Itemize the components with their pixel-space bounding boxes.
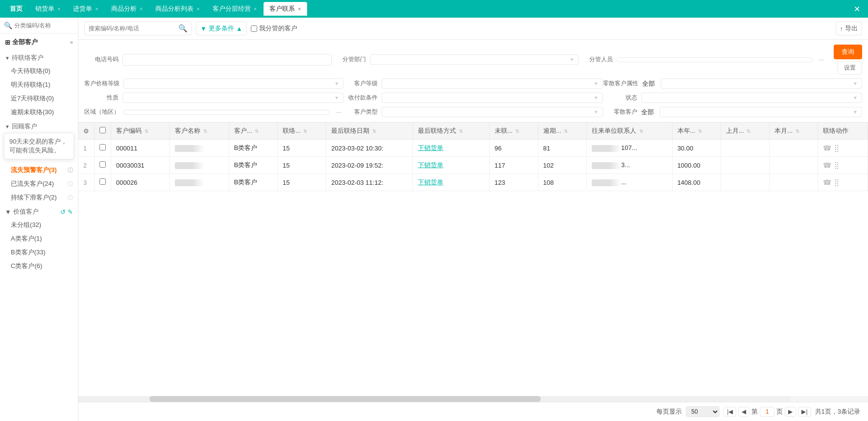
dept-select-arrow: ▼ xyxy=(569,57,574,62)
sidebar-item-declining[interactable]: 持续下滑客户(2) ⓘ xyxy=(0,191,78,204)
query-button[interactable]: 查询 xyxy=(834,45,862,59)
tab-customer-segment[interactable]: 客户分层经营 × xyxy=(207,2,263,16)
window-close-button[interactable]: ✕ xyxy=(850,4,864,14)
za-arrow: ▼ xyxy=(853,81,858,86)
row3-more-icon[interactable]: ⣿ xyxy=(834,178,839,186)
col-last-month[interactable]: 上月... ⇅ xyxy=(721,123,769,140)
col-last-method[interactable]: 最后联络方式 ⇅ xyxy=(413,123,489,140)
tab-home[interactable]: 首页 xyxy=(4,2,28,16)
page-number-input[interactable] xyxy=(760,407,774,417)
row3-contact-person: ... xyxy=(587,174,673,191)
row2-more-icon[interactable]: ⣿ xyxy=(834,161,839,169)
collapse-icon[interactable]: « xyxy=(70,39,73,45)
sidebar-item-tomorrow[interactable]: 明天待联络(1) xyxy=(0,78,78,92)
phone-input[interactable] xyxy=(122,54,332,66)
tab-analysis-list[interactable]: 商品分析列表 × xyxy=(149,2,205,16)
horizontal-scrollbar[interactable] xyxy=(78,396,790,402)
sidebar-item-a-class[interactable]: A类客户(1) xyxy=(0,232,78,246)
dept-select[interactable]: ▼ xyxy=(370,54,579,65)
last-page-button[interactable]: ▶| xyxy=(798,407,811,417)
edit-icon[interactable]: ✎ xyxy=(68,208,73,216)
col-this-year[interactable]: 本年... ⇅ xyxy=(672,123,721,140)
scrollbar-thumb[interactable] xyxy=(149,396,541,402)
sidebar-item-c-class[interactable]: C类客户(6) xyxy=(0,259,78,273)
customer-level-select[interactable]: ▼ xyxy=(382,78,603,89)
zero-attr-select[interactable]: ▼ xyxy=(661,78,862,89)
tab-sales-close[interactable]: × xyxy=(57,6,60,12)
row2-call-icon[interactable]: ☎ xyxy=(823,161,831,169)
per-page-select[interactable]: 50 20 100 xyxy=(686,406,720,417)
tab-customer-contact-close[interactable]: × xyxy=(298,6,301,12)
row2-last-month xyxy=(721,157,769,174)
tab-purchase-close[interactable]: × xyxy=(95,6,98,12)
row3-checkbox[interactable] xyxy=(99,178,106,185)
sidebar-item-ungroup[interactable]: 未分组(32) xyxy=(0,218,78,232)
sidebar-item-7days[interactable]: 近7天待联络(0) xyxy=(0,92,78,105)
row2-checkbox[interactable] xyxy=(99,161,106,168)
sidebar-item-churn-warning[interactable]: 流失预警客户(3) ⓘ xyxy=(0,163,78,177)
row1-checkbox[interactable] xyxy=(99,144,106,150)
main-search-button[interactable]: 🔍 xyxy=(178,24,188,33)
tab-customer-contact[interactable]: 客户联系 × xyxy=(264,2,307,16)
col-unlisted[interactable]: 未联... ⇅ xyxy=(489,123,538,140)
row3-call-icon[interactable]: ☎ xyxy=(823,178,831,186)
col-code[interactable]: 客户编码 ⇅ xyxy=(111,123,170,140)
export-button[interactable]: ↑ 导出 xyxy=(836,22,863,35)
table-select-all-col xyxy=(95,123,111,140)
total-info: 共1页，3条记录 xyxy=(815,407,860,416)
arrow-down-icon: ▼ xyxy=(5,55,10,61)
customer-level-label: 客户等级 xyxy=(343,79,378,88)
all-customers-header[interactable]: ⊞ 全部客户 « xyxy=(0,34,78,50)
row1-action: ☎ ⣿ xyxy=(818,140,868,157)
zero-customer-value: 全部 xyxy=(641,108,654,117)
select-all-checkbox[interactable] xyxy=(99,127,106,133)
payment-select[interactable]: ▼ xyxy=(382,93,603,103)
col-overdue[interactable]: 逾期... ⇅ xyxy=(538,123,586,140)
staff-label: 分管人员 xyxy=(579,55,613,64)
region-select[interactable] xyxy=(123,110,330,115)
col-last-date[interactable]: 最后联络日期 ⇅ xyxy=(326,123,413,140)
customer-type-select[interactable]: ▼ xyxy=(382,107,603,117)
sidebar-item-overdue[interactable]: 逾期未联络(30) xyxy=(0,105,78,119)
row1-more-icon[interactable]: ⣿ xyxy=(834,144,839,152)
filter-row-2: 客户价格等级 ▼ 客户等级 ▼ 零散客户属性 全部 xyxy=(84,78,862,89)
tab-analysis-close[interactable]: × xyxy=(140,6,143,12)
customer-price-select[interactable]: ▼ xyxy=(123,78,343,89)
col-this-month[interactable]: 本月... ⇅ xyxy=(770,123,818,140)
col-contact[interactable]: 联络... ⇅ xyxy=(277,123,326,140)
prev-page-button[interactable]: ◀ xyxy=(738,407,749,417)
sidebar-item-b-class[interactable]: B类客户(33) xyxy=(0,246,78,259)
sidebar-group-pending[interactable]: ▼ 待联络客户 xyxy=(0,50,78,64)
gender-select[interactable]: ▼ xyxy=(122,93,343,103)
tab-purchase[interactable]: 进货单 × xyxy=(67,2,104,16)
tab-analysis[interactable]: 商品分析 × xyxy=(105,2,148,16)
next-page-button[interactable]: ▶ xyxy=(785,407,796,417)
sidebar-item-today[interactable]: 今天待联络(0) xyxy=(0,64,78,78)
first-page-button[interactable]: |◀ xyxy=(723,407,736,417)
more-filter-button[interactable]: ▼ 更多条件 ▲ xyxy=(196,22,247,35)
tab-customer-segment-close[interactable]: × xyxy=(254,6,257,12)
sidebar-search-input[interactable] xyxy=(14,22,74,29)
tab-sales[interactable]: 销货单 × xyxy=(29,2,66,16)
sidebar-group-value[interactable]: ▼ 价值客户 ↺ ✎ xyxy=(0,204,78,218)
table-settings-col[interactable]: ⚙ xyxy=(78,123,95,140)
table-row: 1 000011 B类客户 15 2023-03-02 10:30: 下销货单 … xyxy=(78,140,868,157)
sidebar-group-review[interactable]: ▼ 回顾客户 xyxy=(0,119,78,133)
col-contact-person[interactable]: 往来单位联系人 ⇅ xyxy=(587,123,673,140)
filter-icon: ▼ xyxy=(200,25,207,32)
zero-customer-select[interactable]: ▼ xyxy=(660,107,862,117)
refresh-icon[interactable]: ↺ xyxy=(60,208,66,216)
col-name[interactable]: 客户名称 ⇅ xyxy=(170,123,229,140)
status-select[interactable]: ▼ xyxy=(641,93,862,103)
settings-button[interactable]: 设置 xyxy=(838,61,862,74)
col-type[interactable]: 客户... ⇅ xyxy=(229,123,277,140)
filter-row-1: 电话号码 分管部门 ▼ 分管人员 ··· xyxy=(84,45,862,74)
staff-more[interactable]: ··· xyxy=(817,56,826,63)
staff-select[interactable] xyxy=(617,57,813,62)
row1-call-icon[interactable]: ☎ xyxy=(823,144,831,152)
my-customer-checkbox[interactable] xyxy=(251,25,257,32)
main-search-input[interactable] xyxy=(89,25,176,32)
sidebar-item-churned[interactable]: 已流失客户(24) ⓘ xyxy=(0,177,78,191)
tab-analysis-list-close[interactable]: × xyxy=(196,6,199,12)
region-more[interactable]: ··· xyxy=(334,108,343,116)
